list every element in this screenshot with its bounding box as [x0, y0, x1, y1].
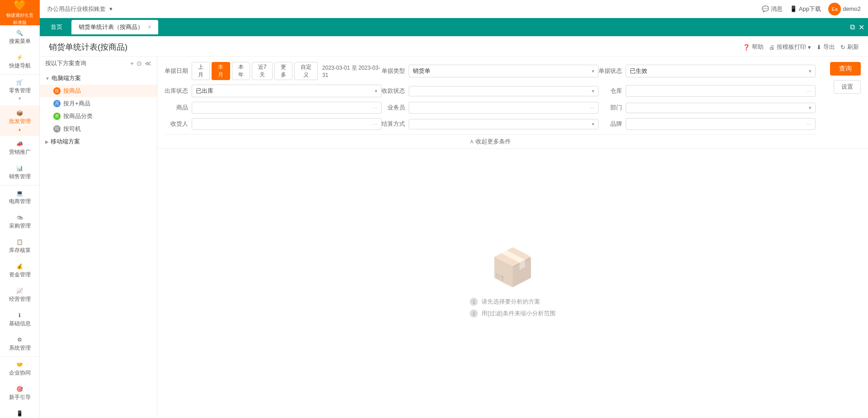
app-download-button[interactable]: 📱 App下载 [790, 5, 821, 13]
sidebar-purchase-label: 采购管理 [9, 222, 31, 230]
filter-receiver-cell: 收货人 ··· [165, 118, 382, 130]
ecommerce-icon: 💻 [16, 190, 23, 196]
sidebar-item-wholesale[interactable]: 📦 批发管理 ▴ [0, 105, 39, 136]
app-logo[interactable]: 🧡 畅捷通好生意 标准版 [0, 0, 40, 25]
sidebar-item-finance[interactable]: 💰 资金管理 [0, 259, 39, 283]
industry-selector[interactable]: 办公用品行业模拟账套 ▾ [47, 5, 113, 13]
salesperson-label: 业务员 [382, 104, 409, 112]
operations-icon: 📈 [16, 288, 23, 294]
refresh-button[interactable]: ↻ 刷新 [840, 43, 859, 51]
scheme-header-title: 按以下方案查询 [45, 59, 86, 67]
receiver-select[interactable]: ··· [192, 118, 382, 130]
date-btn-last-month[interactable]: 上月 [192, 62, 210, 80]
outstatus-select[interactable]: 已出库 ▾ [192, 85, 382, 97]
outstatus-arrow: ▾ [375, 88, 377, 94]
quick-nav-icon: ⚡ [16, 54, 23, 61]
restore-window-icon[interactable]: ⧉ [850, 23, 855, 31]
goods-select[interactable]: ··· [192, 102, 382, 114]
receiptstatus-arrow: ▾ [592, 88, 594, 94]
tree-item-label-3: 按司机 [63, 125, 81, 133]
sidebar-item-retail[interactable]: 🛒 零售管理 ▾ [0, 75, 39, 105]
filter-doctype-cell: 单据类型 销货单 ▾ [382, 65, 599, 77]
close-window-icon[interactable]: ✕ [859, 23, 864, 32]
tab-home[interactable]: 首页 [43, 20, 70, 34]
user-profile[interactable]: Ea demo2 [828, 3, 861, 15]
filter-salesperson-cell: 业务员 ··· [382, 102, 599, 114]
sidebar-item-operations[interactable]: 📈 经营管理 [0, 283, 39, 308]
docstatus-arrow: ▾ [809, 68, 811, 74]
filter-row-4: 收货人 ··· 结算方式 ▾ [165, 118, 816, 130]
scheme-add-icon[interactable]: + [130, 60, 134, 67]
tree-group-expand-icon: ▼ [45, 76, 50, 81]
help-button[interactable]: ❓ 帮助 [743, 43, 764, 51]
docstatus-select[interactable]: 已生效 ▾ [626, 65, 816, 77]
print-icon: 🖨 [769, 44, 775, 51]
top-header: 办公用品行业模拟账套 ▾ 💬 消息 📱 App下载 Ea demo2 [40, 0, 868, 18]
sidebar-item-purchase[interactable]: 🛍 采购管理 [0, 210, 39, 234]
filter-outstatus-cell: 出库状态 已出库 ▾ [165, 85, 382, 97]
print-dropdown-icon: ▾ [808, 44, 811, 51]
right-panel: 单据日期 上月 本月 本年 近7天 更多 自定义 2023-03-01 至 20… [157, 57, 868, 415]
settlement-arrow: ▾ [592, 121, 594, 127]
sidebar-marketing-label: 营销推广 [9, 148, 31, 156]
warehouse-dots: ··· [806, 87, 811, 95]
date-btn-more[interactable]: 更多 [274, 62, 292, 80]
print-label: 按模板打印 [777, 43, 806, 51]
date-btn-this-month[interactable]: 本月 [212, 62, 230, 80]
outstatus-value: 已出库 [196, 87, 213, 95]
export-button[interactable]: ⬇ 导出 [816, 43, 835, 51]
tree-item-icon-1: 月 [53, 100, 61, 107]
tree-item-by-month-product[interactable]: 月 按月+商品 [40, 97, 157, 110]
filter-row-2: 出库状态 已出库 ▾ 收款状态 ▾ [165, 85, 816, 97]
sidebar-item-quick-nav[interactable]: ⚡ 快捷导航 [0, 50, 39, 74]
sidebar-item-cooperation[interactable]: 🤝 企业协同 [0, 357, 39, 381]
sidebar-sales-label: 销售管理 [9, 173, 31, 180]
sidebar-item-app-center[interactable]: 📱 应用中心 [0, 406, 39, 418]
refresh-icon: ↻ [840, 44, 845, 51]
query-button[interactable]: 查询 [830, 62, 861, 76]
sidebar-item-search[interactable]: 🔍 搜索菜单 [0, 25, 39, 50]
salesperson-select[interactable]: ··· [409, 102, 599, 114]
settings-button[interactable]: 设置 [834, 80, 861, 94]
doctype-select[interactable]: 销货单 ▾ [409, 65, 599, 77]
collapse-bar[interactable]: ∧ 收起更多条件 [165, 134, 816, 148]
sidebar-item-basic-info[interactable]: ℹ 基础信息 [0, 308, 39, 332]
tree-group-mobile-header[interactable]: ▶ 移动端方案 [40, 135, 157, 148]
sidebar: 🧡 畅捷通好生意 标准版 🔍 搜索菜单 ⚡ 快捷导航 🛒 零售管理 ▾ 📦 批发… [0, 0, 40, 418]
filter-row-3: 商品 ··· 业务员 ··· [165, 102, 816, 114]
sidebar-item-marketing[interactable]: 📣 营销推广 [0, 136, 39, 161]
sidebar-item-system[interactable]: ⚙ 系统管理 [0, 332, 39, 356]
scheme-collapse-icon[interactable]: ≪ [145, 60, 151, 67]
department-select[interactable]: ▾ [626, 103, 816, 113]
filter-brand-cell: 品牌 ··· [599, 118, 816, 130]
brand-select[interactable]: ··· [626, 118, 816, 130]
tree-item-by-driver[interactable]: 司 按司机 [40, 123, 157, 135]
tree-group-pc-header[interactable]: ▼ 电脑端方案 [40, 72, 157, 85]
tree-item-by-product[interactable]: 按 按商品 [40, 85, 157, 97]
tab-active[interactable]: 销货单统计表（按商品） × [71, 20, 158, 34]
scheme-edit-icon[interactable]: ⊙ [137, 60, 142, 67]
tab-close-icon[interactable]: × [148, 24, 151, 30]
filter-docstatus-cell: 单据状态 已生效 ▾ [599, 65, 816, 77]
help-label: 帮助 [752, 43, 764, 51]
warehouse-select[interactable]: ··· [626, 85, 816, 97]
sidebar-item-ecommerce[interactable]: 💻 电商管理 [0, 185, 39, 210]
empty-illustration: 📦 [490, 246, 535, 289]
tree-item-by-category[interactable]: 类 按商品分类 [40, 110, 157, 123]
docstatus-value: 已生效 [630, 67, 647, 75]
sidebar-item-newbie[interactable]: 🎯 新手引导 [0, 381, 39, 406]
print-button[interactable]: 🖨 按模板打印 ▾ [769, 43, 811, 51]
refresh-label: 刷新 [847, 43, 859, 51]
date-btn-7days[interactable]: 近7天 [252, 62, 273, 80]
receiver-label: 收货人 [165, 120, 192, 128]
settlement-select[interactable]: ▾ [409, 119, 599, 129]
sidebar-item-sales[interactable]: 📊 销售管理 [0, 161, 39, 185]
wholesale-expand-icon: ▴ [19, 127, 21, 132]
app-name: 畅捷通好生意 [6, 12, 33, 19]
date-btn-custom[interactable]: 自定义 [294, 62, 317, 80]
date-btn-this-year[interactable]: 本年 [232, 62, 250, 80]
message-button[interactable]: 💬 消息 [762, 5, 783, 13]
receiptstatus-select[interactable]: ▾ [409, 86, 599, 96]
sidebar-item-inventory[interactable]: 📋 库存核算 [0, 234, 39, 259]
body-area: 按以下方案查询 + ⊙ ≪ ▼ 电脑端方案 [40, 57, 868, 415]
